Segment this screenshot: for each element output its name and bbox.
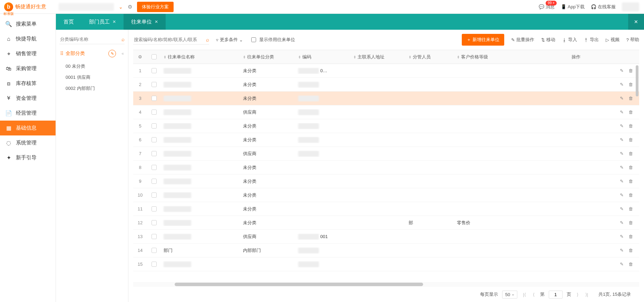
gear-icon[interactable]: ⚙: [128, 4, 132, 10]
delete-row-icon[interactable]: 🗑: [628, 137, 633, 142]
table-row[interactable]: 1未分类0…✎🗑: [133, 64, 639, 78]
table-row[interactable]: 10未分类✎🗑: [133, 188, 639, 202]
batch-action[interactable]: ✎批量操作: [511, 37, 534, 43]
row-checkbox[interactable]: [147, 248, 161, 253]
first-page-icon[interactable]: |⟨: [521, 292, 527, 297]
table-row[interactable]: 15✎🗑: [133, 257, 639, 271]
delete-row-icon[interactable]: 🗑: [628, 262, 633, 267]
edit-row-icon[interactable]: ✎: [620, 206, 624, 211]
delete-row-icon[interactable]: 🗑: [628, 82, 633, 87]
tab[interactable]: 部门员工✕: [81, 14, 124, 30]
search-icon[interactable]: ⌕: [206, 37, 209, 43]
move-action[interactable]: ⇅移动: [541, 37, 555, 43]
row-checkbox[interactable]: [147, 179, 161, 184]
sidebar-item[interactable]: ◌系统管理: [0, 135, 56, 150]
row-checkbox[interactable]: [147, 137, 161, 142]
table-row[interactable]: 11未分类✎🗑: [133, 202, 639, 216]
table-row[interactable]: 7供应商✎🗑: [133, 147, 639, 161]
collapse-panel-icon[interactable]: «: [121, 51, 124, 56]
table-search-input[interactable]: [133, 35, 206, 44]
video-action[interactable]: ▷视频: [606, 37, 619, 43]
chevron-down-icon[interactable]: ⌄: [119, 4, 123, 10]
horizontal-scrollbar[interactable]: [133, 282, 639, 287]
delete-row-icon[interactable]: 🗑: [628, 165, 633, 170]
row-checkbox[interactable]: [147, 151, 161, 156]
table-row[interactable]: 5未分类✎🗑: [133, 119, 639, 133]
edit-row-icon[interactable]: ✎: [620, 123, 624, 129]
edit-row-icon[interactable]: ✎: [620, 82, 624, 87]
table-row[interactable]: 6未分类✎🗑: [133, 133, 639, 147]
sidebar-item[interactable]: ✦新手引导: [0, 150, 56, 165]
tabbar-close-icon[interactable]: ✕: [628, 14, 644, 30]
table-row[interactable]: 12未分类部零售价✎🗑: [133, 216, 639, 230]
delete-row-icon[interactable]: 🗑: [628, 192, 633, 198]
export-action[interactable]: ⭱导出: [584, 37, 599, 43]
col-code[interactable]: ▲▼编码: [295, 54, 351, 60]
table-row[interactable]: 9未分类✎🗑: [133, 174, 639, 188]
sidebar-item[interactable]: ⌖销售管理: [0, 46, 56, 61]
cta-button[interactable]: 体验行业方案: [137, 2, 174, 12]
delete-row-icon[interactable]: 🗑: [628, 110, 633, 115]
category-item[interactable]: 0001 供应商: [66, 72, 128, 83]
col-category[interactable]: ▲▼往来单位分类: [240, 54, 295, 60]
table-row[interactable]: 8未分类✎🗑: [133, 161, 639, 174]
row-checkbox[interactable]: [147, 220, 161, 225]
row-checkbox[interactable]: [147, 192, 161, 198]
category-item[interactable]: 0002 内部部门: [66, 83, 128, 94]
edit-row-icon[interactable]: ✎: [620, 262, 624, 267]
edit-row-icon[interactable]: ✎: [620, 110, 624, 115]
col-name[interactable]: ▲▼往来单位名称: [161, 54, 240, 60]
app-download-link[interactable]: 📱 App下载: [561, 4, 585, 10]
prev-page-icon[interactable]: ⟨: [531, 292, 536, 297]
service-link[interactable]: 🎧 在线客服: [591, 4, 616, 10]
col-address[interactable]: ▲▼主联系人地址: [351, 54, 406, 60]
delete-row-icon[interactable]: 🗑: [628, 179, 633, 184]
table-row[interactable]: 4供应商✎🗑: [133, 105, 639, 119]
vertical-scrollbar[interactable]: [636, 65, 638, 277]
edit-row-icon[interactable]: ✎: [620, 137, 624, 142]
row-checkbox[interactable]: [147, 206, 161, 211]
close-icon[interactable]: ✕: [155, 19, 158, 24]
edit-category-icon[interactable]: ✎: [108, 50, 116, 57]
next-page-icon[interactable]: ⟩: [575, 292, 580, 297]
col-person[interactable]: ▲▼分管人员: [406, 54, 454, 60]
category-title-row[interactable]: ⠿ 全部分类 ✎ «: [56, 48, 128, 59]
edit-row-icon[interactable]: ✎: [620, 220, 624, 225]
delete-row-icon[interactable]: 🗑: [628, 123, 633, 129]
sidebar-item[interactable]: 🛍采购管理: [0, 61, 56, 76]
edit-row-icon[interactable]: ✎: [620, 68, 624, 73]
delete-row-icon[interactable]: 🗑: [628, 220, 633, 225]
new-contact-button[interactable]: ＋ 新增往来单位: [462, 34, 504, 46]
per-page-select[interactable]: 50: [502, 291, 517, 299]
delete-row-icon[interactable]: 🗑: [628, 68, 633, 73]
tab[interactable]: 首页: [56, 14, 81, 30]
edit-row-icon[interactable]: ✎: [620, 179, 624, 184]
show-disabled-checkbox[interactable]: [251, 37, 256, 42]
row-checkbox[interactable]: [147, 234, 161, 239]
sidebar-item[interactable]: ⌂快捷导航: [0, 31, 56, 46]
row-checkbox[interactable]: [147, 165, 161, 170]
edit-row-icon[interactable]: ✎: [620, 96, 624, 101]
show-disabled-toggle[interactable]: 显示停用往来单位: [250, 36, 295, 43]
config-column-icon[interactable]: ⚙: [133, 54, 147, 59]
sidebar-item[interactable]: 📄经营管理: [0, 106, 56, 121]
row-checkbox[interactable]: [147, 262, 161, 267]
row-checkbox[interactable]: [147, 68, 161, 73]
close-icon[interactable]: ✕: [113, 19, 116, 24]
table-row[interactable]: 14部门内部部门✎🗑: [133, 244, 639, 257]
delete-row-icon[interactable]: 🗑: [628, 234, 633, 239]
page-input[interactable]: [549, 291, 563, 299]
edit-row-icon[interactable]: ✎: [620, 248, 624, 253]
select-all-checkbox[interactable]: [147, 54, 161, 59]
table-row[interactable]: 3未分类✎🗑: [133, 92, 639, 105]
table-row[interactable]: 13供应商001✎🗑: [133, 230, 639, 244]
row-checkbox[interactable]: [147, 123, 161, 129]
table-row[interactable]: 2未分类✎🗑: [133, 78, 639, 92]
category-search-input[interactable]: [59, 35, 121, 44]
sidebar-item[interactable]: ▦基础信息: [0, 121, 56, 135]
edit-row-icon[interactable]: ✎: [620, 192, 624, 198]
edit-row-icon[interactable]: ✎: [620, 234, 624, 239]
delete-row-icon[interactable]: 🗑: [628, 206, 633, 211]
category-item[interactable]: 00 未分类: [66, 61, 128, 72]
row-checkbox[interactable]: [147, 110, 161, 115]
